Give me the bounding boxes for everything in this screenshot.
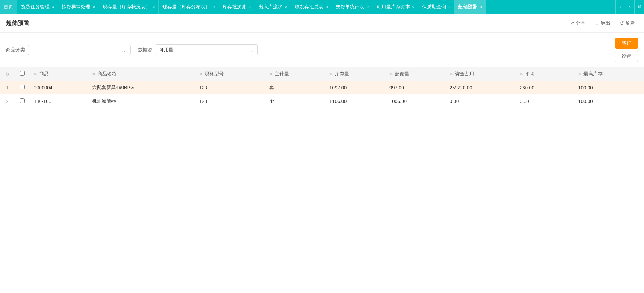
nav-tab-6[interactable]: 出入库流水 × [255,0,291,14]
close-tab-7-icon[interactable]: × [326,5,328,9]
row-checkbox-1[interactable] [15,81,29,94]
settings-gear-header[interactable]: ⚙ [0,67,15,81]
row-1-capital: 259220.00 [445,81,515,94]
data-table: ⚙ ⇅ 商品... ⇅ 商品名称 ⇅ 规格型号 [0,67,644,108]
nav-tab-1[interactable]: 拣货任务管理 × [17,0,58,14]
select-all-checkbox[interactable] [20,71,25,76]
col-maxstock[interactable]: ⇅ 最高库存 [574,67,644,81]
sort-icon-avg: ⇅ [520,72,523,76]
sort-icon-name: ⇅ [92,72,95,76]
col-stock[interactable]: ⇅ 库存量 [325,67,385,81]
nav-tab-8[interactable]: 要货单统计表 × [332,0,373,14]
table-row: 2 186-10... 机油滤清器 123 个 1106.00 1006.00 … [0,94,644,108]
close-tab-8-icon[interactable]: × [366,5,369,9]
top-nav: 首页 拣货任务管理 × 拣货异常处理 × 现存量（库存状况表） × 现存量（库存… [0,0,644,14]
row-1-code: 0000004 [29,81,88,94]
col-name[interactable]: ⇅ 商品名称 [88,67,195,81]
nav-tab-3[interactable]: 现存量（库存状况表） × [99,0,159,14]
main-content: 超储预警 ↗ 分享 ⤓ 导出 ↺ 刷新 商品分类 ⌄ 数据源 [0,14,644,293]
header-actions: ↗ 分享 ⤓ 导出 ↺ 刷新 [567,18,638,28]
share-icon: ↗ [570,20,574,26]
share-button[interactable]: ↗ 分享 [567,18,588,28]
gear-icon: ⚙ [5,71,10,77]
row-num-1: 1 [0,81,15,94]
page-header: 超储预警 ↗ 分享 ⤓ 导出 ↺ 刷新 [0,14,644,33]
settings-button[interactable]: 设置 [615,51,638,62]
sort-icon-over: ⇅ [389,72,393,76]
nav-tab-7[interactable]: 收发存汇总表 × [291,0,332,14]
row-2-capital: 0.00 [445,94,515,108]
refresh-icon: ↺ [620,20,624,26]
row-2-name: 机油滤清器 [88,94,195,108]
export-button[interactable]: ⤓ 导出 [592,18,613,28]
row-2-unit: 个 [265,94,325,108]
col-capital[interactable]: ⇅ 资金占用 [445,67,515,81]
sort-icon-code: ⇅ [34,72,37,76]
nav-arrow-right[interactable]: › [625,0,634,14]
close-tab-2-icon[interactable]: × [92,5,95,9]
sort-icon-spec: ⇅ [199,72,202,76]
row-2-over: 1006.00 [385,94,445,108]
nav-tab-9[interactable]: 可用量库存账本 × [373,0,418,14]
sort-icon-stock: ⇅ [329,72,333,76]
col-spec[interactable]: ⇅ 规格型号 [195,67,265,81]
close-tab-9-icon[interactable]: × [412,5,414,9]
row-2-maxstock: 100.00 [574,94,644,108]
nav-arrows: ‹ › ✕ [615,0,644,14]
nav-tab-10[interactable]: 保质期查询 × [418,0,454,14]
filter-bar: 商品分类 ⌄ 数据源 可用量 ⌄ 查询 设置 [0,33,644,67]
row-1-over: 997.00 [385,81,445,94]
close-tab-1-icon[interactable]: × [52,5,54,9]
nav-tab-home[interactable]: 首页 [0,0,17,14]
category-chevron-icon: ⌄ [122,47,127,53]
row-1-maxstock: 100.00 [574,81,644,94]
close-tab-3-icon[interactable]: × [153,5,155,9]
nav-tab-4[interactable]: 现存量（库存分布表） × [159,0,219,14]
close-tab-5-icon[interactable]: × [249,5,251,9]
row-2-checkbox[interactable] [20,98,25,103]
row-2-stock: 1106.00 [325,94,385,108]
datasource-filter: 数据源 可用量 ⌄ [138,44,258,55]
nav-arrow-left[interactable]: ‹ [615,0,625,14]
nav-tab-2[interactable]: 拣货异常处理 × [58,0,99,14]
table-header-row: ⚙ ⇅ 商品... ⇅ 商品名称 ⇅ 规格型号 [0,67,644,81]
nav-arrow-close[interactable]: ✕ [634,0,644,14]
row-1-unit: 套 [265,81,325,94]
row-2-avg: 0.00 [515,94,574,108]
row-1-spec: 123 [195,81,265,94]
col-unit[interactable]: ⇅ 主计量 [265,67,325,81]
col-avg[interactable]: ⇅ 平均... [515,67,574,81]
category-label: 商品分类 [6,47,25,53]
row-1-stock: 1097.00 [325,81,385,94]
row-1-checkbox[interactable] [20,85,25,89]
refresh-button[interactable]: ↺ 刷新 [617,18,638,28]
row-1-avg: 260.00 [515,81,574,94]
query-button[interactable]: 查询 [615,38,638,49]
datasource-select-value: 可用量 [159,47,173,53]
export-icon: ⤓ [595,20,599,26]
close-tab-11-icon[interactable]: × [479,5,482,9]
close-tab-4-icon[interactable]: × [212,5,215,9]
sort-icon-maxstock: ⇅ [578,72,582,76]
filter-action-area: 查询 设置 [615,38,638,62]
table-container: ⚙ ⇅ 商品... ⇅ 商品名称 ⇅ 规格型号 [0,67,644,108]
nav-tab-5[interactable]: 库存批次账 × [219,0,255,14]
row-num-2: 2 [0,94,15,108]
col-over[interactable]: ⇅ 超储量 [385,67,445,81]
category-filter: 商品分类 ⌄ [6,45,131,55]
row-2-code: 186-10... [29,94,88,108]
close-tab-6-icon[interactable]: × [285,5,287,9]
table-row: 1 0000004 六配套新昌490BPG 123 套 1097.00 997.… [0,81,644,94]
category-select[interactable]: ⌄ [28,45,131,55]
col-code[interactable]: ⇅ 商品... [29,67,88,81]
close-tab-10-icon[interactable]: × [448,5,450,9]
page-title: 超储预警 [6,19,29,27]
row-2-spec: 123 [195,94,265,108]
nav-tab-11[interactable]: 超储预警 × [454,0,486,14]
datasource-select[interactable]: 可用量 ⌄ [155,44,258,55]
row-checkbox-2[interactable] [15,94,29,108]
sort-icon-unit: ⇅ [269,72,272,76]
sort-icon-capital: ⇅ [450,72,453,76]
datasource-label: 数据源 [138,47,152,53]
select-all-header[interactable] [15,67,29,81]
